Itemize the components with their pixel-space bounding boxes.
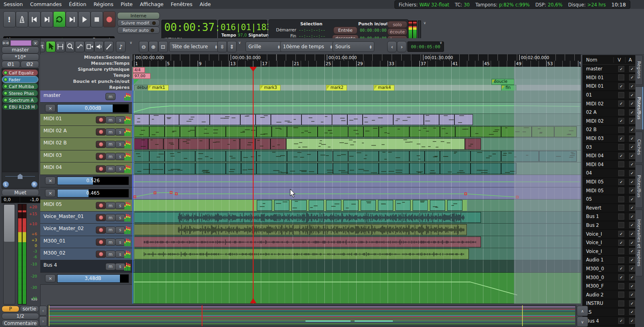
visible-checkbox[interactable] <box>618 309 624 315</box>
panel-row-audio2[interactable]: Audio 2✓ <box>583 290 635 299</box>
punch-alert-button[interactable]: ! <box>3 11 16 27</box>
tool-draw-button[interactable] <box>75 41 85 52</box>
zoom-in-button[interactable]: ⊕ <box>149 41 158 52</box>
track-lane-auto0526[interactable] <box>132 175 581 187</box>
fader-handle[interactable] <box>4 205 14 242</box>
track-header-midi02b[interactable]: MIDI 02 Bms <box>40 138 132 150</box>
panel-row-bus2[interactable]: Bus 2✓ <box>583 221 635 230</box>
track-header-midi03[interactable]: MIDI 03ms <box>40 150 132 162</box>
panel-row-revert[interactable]: Revert✓ <box>583 204 635 213</box>
track-m-button[interactable]: m <box>105 116 116 123</box>
active-checkbox[interactable]: ✓ <box>629 205 635 211</box>
loop-start-icon[interactable] <box>134 79 139 84</box>
ruler-tempo[interactable]: 97,00 <box>132 73 581 79</box>
panel-tab-intervallesetrepres[interactable]: Intervalles et repères <box>635 210 643 276</box>
automation-hide-button[interactable]: × <box>45 189 56 197</box>
visible-checkbox[interactable]: ✓ <box>618 101 624 107</box>
tools-expander-icon[interactable]: ∨ <box>130 41 132 45</box>
ruler-markers[interactable]: débutmark1mark3mark2mark4fin <box>132 85 581 91</box>
panel-row-midi01[interactable]: MIDI 01✓✓ <box>583 82 635 91</box>
active-checkbox[interactable]: ✓ <box>629 170 635 176</box>
track-s-button[interactable]: s <box>115 128 125 136</box>
track-color-swatch[interactable] <box>10 40 31 46</box>
track-m-button[interactable]: m <box>105 93 116 100</box>
panel-row-m3000[interactable]: M300_0✓✓ <box>583 273 635 282</box>
track-lane-midi02a[interactable] <box>132 126 581 138</box>
active-checkbox[interactable]: ✓ <box>629 300 635 306</box>
zoom-expander-icon[interactable]: ∨ <box>238 41 241 45</box>
strip-width-icon[interactable]: ⊳⊲ <box>2 40 10 46</box>
panel-row-midi04[interactable]: MIDI 04✓ <box>583 160 635 169</box>
ruler-loop-punch[interactable]: Boucle <box>132 79 581 85</box>
menu-commandes[interactable]: Commandes <box>27 0 65 9</box>
active-checkbox[interactable]: ✓ <box>629 318 635 324</box>
panel-row-audio1[interactable]: Audio 1✓ <box>583 256 635 265</box>
panel-row-voicei[interactable]: Voice_I✓✓ <box>583 239 635 247</box>
ruler-minutes-seconds[interactable]: 00:00:00.00000:00:30.00000:01:00.00000:0… <box>132 54 581 61</box>
panel-row-master[interactable]: master✓✓ <box>583 65 635 74</box>
marker-fin[interactable]: fin <box>501 85 516 91</box>
active-checkbox[interactable]: ✓ <box>629 101 635 107</box>
processor-led-icon[interactable] <box>4 91 8 95</box>
ruler-label-repres[interactable]: Repères <box>40 84 132 90</box>
active-checkbox[interactable]: ✓ <box>629 274 635 280</box>
automation-value-bar[interactable]: 0.465 <box>57 189 129 197</box>
active-checkbox[interactable]: ✓ <box>629 74 635 80</box>
track-rec-button[interactable] <box>96 128 106 136</box>
menu-piste[interactable]: Piste <box>117 0 136 9</box>
metronome-button[interactable] <box>16 11 28 27</box>
nudge-back-button[interactable]: ‹ <box>387 41 397 52</box>
track-rec-button[interactable] <box>96 116 106 123</box>
track-m-button[interactable]: m <box>105 202 116 209</box>
track-header-midi05[interactable]: MIDI 05ms <box>40 199 132 212</box>
track-s-button[interactable]: s <box>115 141 125 148</box>
stop-button[interactable] <box>91 11 103 27</box>
visible-checkbox[interactable] <box>618 109 624 115</box>
active-checkbox[interactable]: ✓ <box>629 92 635 98</box>
track-header-midi02a[interactable]: MIDI 02 Ams <box>40 126 132 138</box>
track-header-master[interactable]: masterm <box>40 90 132 103</box>
marker-mark1[interactable]: mark1 <box>148 85 169 91</box>
ruler-label-minutessecondes[interactable]: Minutes:Secondes <box>40 54 132 60</box>
panel-row-02a[interactable]: 02 A✓ <box>583 108 635 117</box>
active-checkbox[interactable]: ✓ <box>629 187 635 193</box>
tool-stretch-button[interactable] <box>85 41 94 52</box>
track-m-button[interactable]: m <box>105 263 116 270</box>
track-header-bus4[interactable]: Bus 4ms <box>40 260 132 273</box>
track-m-button[interactable]: m <box>105 251 116 258</box>
tool-audition-button[interactable] <box>94 41 104 52</box>
track-rec-button[interactable] <box>96 226 106 234</box>
summary-playhead[interactable] <box>202 305 202 326</box>
goto-end-button[interactable] <box>41 11 53 27</box>
track-lane-m30002[interactable] <box>132 248 581 260</box>
menu-session[interactable]: Session <box>0 0 27 9</box>
grid-unit-dropdown[interactable]: 10ème de temps▲▼ <box>280 41 335 52</box>
active-checkbox[interactable]: ✓ <box>629 240 635 246</box>
panel-row-midi05[interactable]: MIDI 05✓✓ <box>583 178 635 187</box>
follow-edits-button[interactable]: Suivre modif. <box>117 19 160 27</box>
panel-row-instru[interactable]: INSTRU✓ <box>583 299 635 308</box>
track-rec-button[interactable] <box>96 202 106 209</box>
phase-2-button[interactable]: Ø2 <box>21 61 39 68</box>
toolbar-expander-icon[interactable]: ∨ <box>440 41 442 45</box>
fit-tracks-button[interactable]: ⇳ <box>217 41 227 52</box>
tool-zoom-button[interactable] <box>65 41 75 52</box>
track-lane-voicemaster01[interactable] <box>132 212 581 224</box>
menu-rgions[interactable]: Régions <box>90 0 117 9</box>
processor-led-icon[interactable] <box>4 98 8 102</box>
track-lane-voicemaster02[interactable] <box>132 224 581 236</box>
automation-value-bar[interactable]: 0,00dB <box>57 104 129 113</box>
processor-led-icon[interactable] <box>4 71 8 75</box>
visible-checkbox[interactable] <box>618 170 624 176</box>
zoom-focus-dropdown[interactable]: Tête de lecture▲▼ <box>169 41 220 52</box>
active-checkbox[interactable]: ✓ <box>629 161 635 167</box>
goto-start-button[interactable] <box>28 11 41 27</box>
panel-row-midi02[interactable]: MIDI 02✓✓ <box>583 117 635 126</box>
menu-dition[interactable]: Édition <box>65 0 90 9</box>
visible-checkbox[interactable] <box>618 248 624 254</box>
processor-fader[interactable]: Fader <box>2 76 38 82</box>
ruler-label-signaturerythmique[interactable]: Signature rythmique <box>40 66 132 72</box>
tempo-tag[interactable]: 97,00 <box>133 73 151 79</box>
io-button[interactable]: 1/2 <box>2 313 39 319</box>
visible-checkbox[interactable] <box>618 300 624 306</box>
